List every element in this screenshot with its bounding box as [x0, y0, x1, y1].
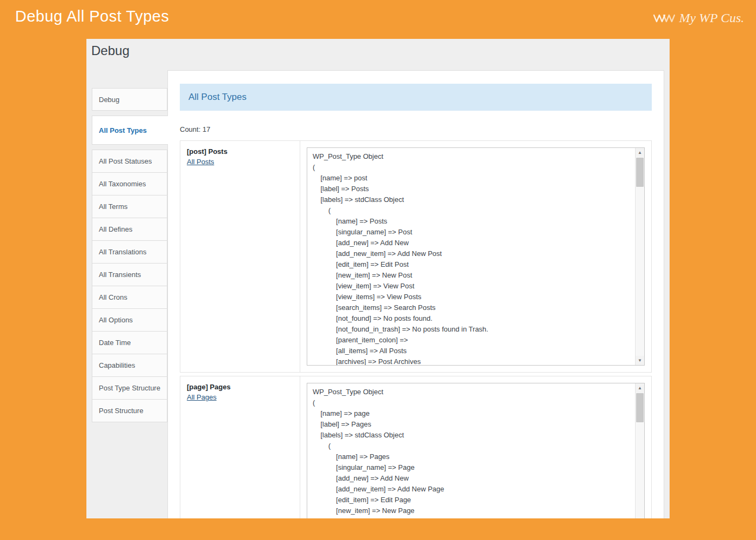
brand: My WP Cus. — [653, 11, 744, 25]
sidebar-item-capabilities[interactable]: Capabilities — [92, 354, 167, 377]
count-label: Count: 17 — [180, 125, 652, 133]
sidebar-item-all-terms[interactable]: All Terms — [92, 195, 167, 218]
brand-text: My WP Cus. — [679, 11, 744, 25]
all-posts-link[interactable]: All Posts — [187, 158, 214, 166]
scrollbar-thumb[interactable] — [636, 393, 644, 422]
sidebar-item-all-post-types[interactable]: All Post Types — [92, 116, 168, 145]
scroll-up-icon[interactable]: ▲ — [636, 383, 644, 393]
post-types-table: [post] Posts All Posts WP_Post_Type Obje… — [180, 140, 652, 518]
post-type-cell: [page] Pages All Pages — [180, 376, 300, 518]
page-title: Debug All Post Types — [15, 8, 169, 25]
sidebar-tab-group: All Post Statuses All Taxonomies All Ter… — [92, 150, 168, 422]
object-dump: WP_Post_Type Object ( [name] => post [la… — [307, 148, 644, 366]
scroll-up-icon[interactable]: ▲ — [636, 148, 644, 157]
sidebar-item-all-defines[interactable]: All Defines — [92, 218, 167, 241]
object-dump: WP_Post_Type Object ( [name] => page [la… — [307, 383, 644, 518]
object-dump-scrollbox[interactable]: WP_Post_Type Object ( [name] => post [la… — [307, 147, 645, 366]
sidebar-item-all-transients[interactable]: All Transients — [92, 263, 167, 286]
debug-panel: Debug Debug All Post Types All Post Stat… — [86, 39, 670, 518]
all-pages-link[interactable]: All Pages — [187, 393, 217, 401]
sidebar-item-debug[interactable]: Debug — [92, 88, 167, 111]
content-box: All Post Types Count: 17 [post] Posts Al… — [167, 70, 664, 518]
panel-title: Debug — [91, 43, 130, 58]
sidebar-item-all-taxonomies[interactable]: All Taxonomies — [92, 172, 167, 195]
object-dump-cell: WP_Post_Type Object ( [name] => page [la… — [300, 376, 651, 518]
scrollbar-thumb[interactable] — [636, 158, 644, 187]
section-banner-title: All Post Types — [188, 92, 246, 103]
scrollbar[interactable]: ▲ ▼ — [635, 383, 644, 518]
sidebar-item-all-translations[interactable]: All Translations — [92, 240, 167, 264]
brand-waves-icon — [653, 14, 675, 23]
section-banner: All Post Types — [180, 84, 652, 111]
sidebar-item-date-time[interactable]: Date Time — [92, 331, 167, 354]
sidebar-item-all-post-statuses[interactable]: All Post Statuses — [92, 150, 167, 173]
sidebar-item-all-crons[interactable]: All Crons — [92, 286, 167, 309]
sidebar-item-post-structure[interactable]: Post Structure — [92, 399, 167, 422]
post-type-cell: [post] Posts All Posts — [180, 141, 300, 372]
sidebar-item-post-type-structure[interactable]: Post Type Structure — [92, 376, 167, 400]
scroll-down-icon[interactable]: ▼ — [636, 356, 644, 365]
object-dump-cell: WP_Post_Type Object ( [name] => post [la… — [300, 141, 651, 372]
table-row: [post] Posts All Posts WP_Post_Type Obje… — [180, 140, 652, 373]
object-dump-scrollbox[interactable]: WP_Post_Type Object ( [name] => page [la… — [307, 383, 645, 518]
scrollbar[interactable]: ▲ ▼ — [635, 148, 644, 365]
sidebar: Debug All Post Types All Post Statuses A… — [92, 88, 168, 422]
table-row: [page] Pages All Pages WP_Post_Type Obje… — [180, 376, 652, 518]
sidebar-item-all-options[interactable]: All Options — [92, 308, 167, 332]
post-type-key: [page] Pages — [187, 383, 293, 391]
post-type-key: [post] Posts — [187, 147, 293, 156]
